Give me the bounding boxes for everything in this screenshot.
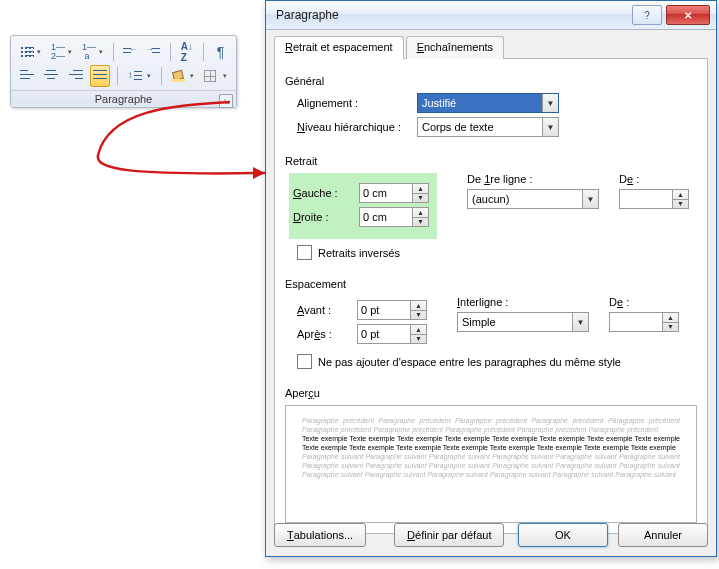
alignment-select[interactable]: Justifié▼ — [417, 93, 559, 113]
titlebar[interactable]: Paragraphe ? ✕ — [266, 1, 716, 30]
label-before: Avant : — [297, 304, 357, 316]
label-interline: Interligne : — [457, 296, 589, 308]
label-indent-left: Gauche : — [293, 187, 359, 199]
line-spacing-button[interactable] — [125, 65, 154, 87]
separator — [113, 43, 114, 61]
window-title: Paragraphe — [276, 8, 628, 22]
chevron-down-icon: ▼ — [572, 313, 588, 331]
ok-button[interactable]: OK — [518, 523, 608, 547]
multilevel-list-button[interactable]: 1— a — [79, 41, 106, 63]
numbering-button[interactable]: 1—2— — [48, 41, 75, 63]
align-right-button[interactable] — [65, 65, 85, 87]
label-outline-level: Niveau hiérarchique : — [297, 121, 417, 133]
first-line-amount-spinner[interactable]: ▲▼ — [619, 189, 689, 209]
cancel-button[interactable]: Annuler — [618, 523, 708, 547]
pilcrow-icon: ¶ — [217, 44, 225, 60]
label-first-line: De 1re ligne : — [467, 173, 599, 185]
numbering-icon: 1—2— — [51, 43, 65, 61]
section-espacement: Espacement — [285, 278, 697, 290]
tab-enchainements[interactable]: Enchaînements — [406, 36, 504, 59]
section-apercu: Aperçu — [285, 387, 697, 399]
borders-icon — [204, 70, 216, 82]
chevron-down-icon: ▼ — [582, 190, 598, 208]
align-left-button[interactable] — [17, 65, 37, 87]
label-after: Après : — [297, 328, 357, 340]
align-right-icon — [69, 70, 83, 82]
shading-button[interactable] — [168, 65, 197, 87]
increase-indent-icon — [146, 46, 160, 58]
highlighted-indent-area: Gauche : ▲▼ Droite : ▲▼ — [289, 173, 437, 239]
section-retrait: Retrait — [285, 155, 697, 167]
align-justify-icon — [93, 70, 107, 82]
chevron-down-icon: ▼ — [542, 118, 558, 136]
interline-amount-spinner[interactable]: ▲▼ — [609, 312, 679, 332]
space-before-spinner[interactable]: ▲▼ — [357, 300, 427, 320]
sort-icon: A↓Z — [181, 41, 193, 63]
outline-level-select[interactable]: Corps de texte▼ — [417, 117, 559, 137]
tab-retrait-espacement[interactable]: Retrait et espacement — [274, 36, 404, 59]
first-line-select[interactable]: (aucun)▼ — [467, 189, 599, 209]
shading-icon — [171, 70, 185, 82]
align-center-icon — [44, 70, 58, 82]
mirror-indents-checkbox[interactable]: Retraits inversés — [297, 245, 400, 260]
close-button[interactable]: ✕ — [666, 5, 710, 25]
separator — [161, 67, 162, 85]
decrease-indent-icon — [123, 46, 137, 58]
separator — [117, 67, 118, 85]
no-space-same-style-checkbox[interactable]: Ne pas ajouter d'espace entre les paragr… — [297, 354, 621, 369]
bullets-icon — [20, 46, 34, 58]
indent-right-spinner[interactable]: ▲▼ — [359, 207, 429, 227]
indent-left-spinner[interactable]: ▲▼ — [359, 183, 429, 203]
svg-marker-0 — [253, 167, 265, 179]
label-de: De : — [619, 173, 689, 185]
separator — [170, 43, 171, 61]
chevron-down-icon: ▼ — [542, 94, 558, 112]
sort-button[interactable]: A↓Z — [177, 41, 196, 63]
align-justify-button[interactable] — [90, 65, 110, 87]
section-general: Général — [285, 75, 697, 87]
align-left-icon — [20, 70, 34, 82]
line-spacing-icon — [128, 70, 142, 82]
align-center-button[interactable] — [41, 65, 61, 87]
tabulations-button[interactable]: Tabulations... — [274, 523, 366, 547]
multilevel-icon: 1— a — [82, 43, 96, 61]
label-de2: De : — [609, 296, 679, 308]
ribbon-paragraph-group: 1—2— 1— a A↓Z ¶ Paragraphe ↘ — [10, 35, 237, 108]
preview-box: Paragraphe précédent Paragraphe précéden… — [285, 405, 697, 523]
space-after-spinner[interactable]: ▲▼ — [357, 324, 427, 344]
set-default-button[interactable]: Définir par défaut — [394, 523, 504, 547]
separator — [203, 43, 204, 61]
increase-indent-button[interactable] — [144, 41, 163, 63]
label-indent-right: Droite : — [293, 211, 359, 223]
label-alignment: Alignement : — [297, 97, 417, 109]
paragraph-dialog: Paragraphe ? ✕ Retrait et espacement Enc… — [265, 0, 717, 557]
dialog-launcher-button[interactable]: ↘ — [219, 94, 233, 108]
ribbon-group-title: Paragraphe ↘ — [11, 90, 236, 107]
borders-button[interactable] — [201, 65, 230, 87]
show-marks-button[interactable]: ¶ — [211, 41, 230, 63]
help-button[interactable]: ? — [632, 5, 662, 25]
decrease-indent-button[interactable] — [121, 41, 140, 63]
bullets-button[interactable] — [17, 41, 44, 63]
interline-select[interactable]: Simple▼ — [457, 312, 589, 332]
